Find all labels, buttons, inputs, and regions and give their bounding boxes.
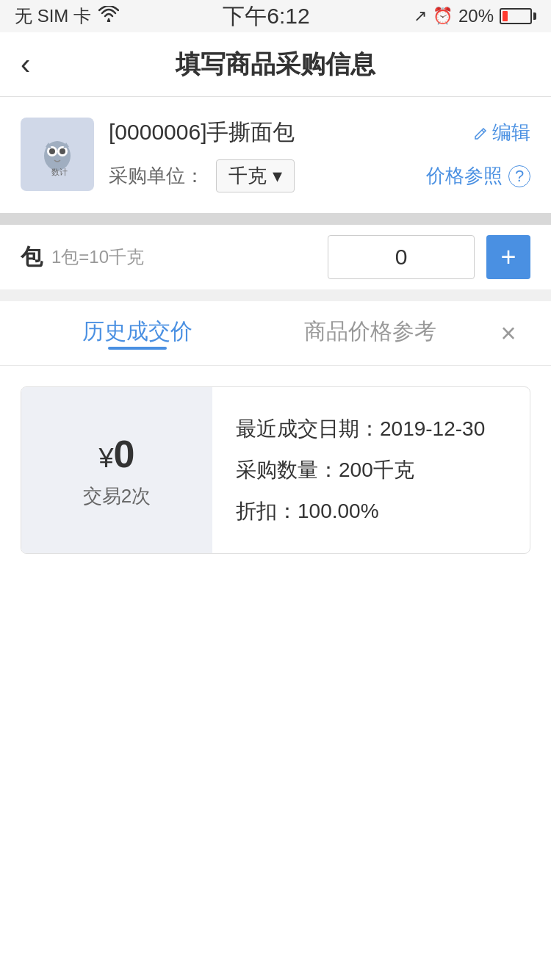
edit-button[interactable]: 编辑	[473, 120, 530, 145]
qty-unit-hint: 1包=10千克	[51, 245, 144, 269]
discount-row: 折扣：100.00%	[236, 496, 506, 527]
status-right: ↗ ⏰ 20%	[414, 6, 536, 26]
tab-bar: 历史成交价 商品价格参考 ×	[0, 301, 551, 366]
price-ref-label: 价格参照	[426, 163, 503, 189]
svg-point-0	[107, 19, 110, 22]
purchase-qty-value: 200千克	[339, 458, 414, 481]
product-info: [0000006]手撕面包 编辑 采购单位： 千克 ▾	[109, 118, 530, 192]
recent-date-label: 最近成交日期：	[236, 417, 380, 440]
page-title: 填写商品采购信息	[176, 48, 375, 82]
unit-value: 千克	[228, 163, 267, 189]
tab1-label: 历史成交价	[82, 319, 192, 343]
price-card-area: ¥0 交易2次 最近成交日期：2019-12-30 采购数量：200千克 折扣：…	[0, 366, 551, 574]
purchase-qty-label: 采购数量：	[236, 458, 339, 481]
nav-bar: ‹ 填写商品采购信息	[0, 32, 551, 97]
price-right-panel: 最近成交日期：2019-12-30 采购数量：200千克 折扣：100.00%	[212, 387, 530, 553]
location-icon: ↗	[414, 7, 427, 26]
battery-percent: 20%	[458, 6, 494, 26]
tab-product-price-ref[interactable]: 商品价格参考	[253, 317, 486, 350]
unit-select[interactable]: 千克 ▾	[216, 159, 295, 192]
tab-section: 历史成交价 商品价格参考 × ¥0 交易2次 最近成交日期：2019-12-30…	[0, 301, 551, 574]
wifi-icon	[98, 6, 119, 26]
price-card: ¥0 交易2次 最近成交日期：2019-12-30 采购数量：200千克 折扣：…	[21, 386, 530, 554]
tab-close-button[interactable]: ×	[486, 311, 530, 356]
product-card: 数计 [0000006]手撕面包 编辑 采购单位： 千克	[0, 97, 551, 213]
qty-unit-icon: 包	[21, 242, 43, 273]
quantity-plus-button[interactable]: +	[486, 235, 530, 279]
dropdown-icon: ▾	[273, 165, 282, 187]
status-time: 下午6:12	[223, 1, 309, 32]
svg-point-5	[60, 148, 65, 154]
price-ref-icon: ?	[508, 165, 530, 187]
price-ref-button[interactable]: 价格参照 ?	[426, 163, 530, 189]
unit-label: 采购单位：	[109, 163, 204, 189]
purchase-qty-row: 采购数量：200千克	[236, 455, 506, 486]
recent-date-row: 最近成交日期：2019-12-30	[236, 414, 506, 444]
alarm-icon: ⏰	[433, 7, 453, 26]
status-left: 无 SIM 卡	[15, 4, 119, 28]
quantity-row: 包 1包=10千克 +	[0, 225, 551, 289]
tab-history-price[interactable]: 历史成交价	[21, 317, 253, 350]
discount-label: 折扣：	[236, 500, 298, 522]
recent-date-value: 2019-12-30	[380, 417, 485, 440]
quantity-input[interactable]	[328, 235, 475, 279]
price-left-panel: ¥0 交易2次	[21, 387, 212, 553]
battery-icon	[500, 8, 536, 24]
amount-value: 0	[114, 433, 135, 475]
back-button[interactable]: ‹	[21, 48, 30, 81]
product-title: [0000006]手撕面包	[109, 118, 295, 148]
status-bar: 无 SIM 卡 下午6:12 ↗ ⏰ 20%	[0, 0, 551, 32]
currency-symbol: ¥	[99, 443, 114, 473]
svg-text:数计: 数计	[51, 167, 68, 176]
discount-value: 100.00%	[298, 500, 379, 522]
tab2-label: 商品价格参考	[304, 319, 436, 343]
price-amount: ¥0	[99, 432, 135, 476]
svg-point-4	[49, 148, 55, 154]
carrier-label: 无 SIM 卡	[15, 4, 91, 28]
section-divider	[0, 213, 551, 225]
edit-label: 编辑	[492, 120, 530, 145]
bottom-area	[0, 574, 551, 980]
price-times: 交易2次	[83, 483, 151, 509]
product-thumbnail: 数计	[21, 118, 94, 191]
tab-underline	[108, 347, 167, 350]
